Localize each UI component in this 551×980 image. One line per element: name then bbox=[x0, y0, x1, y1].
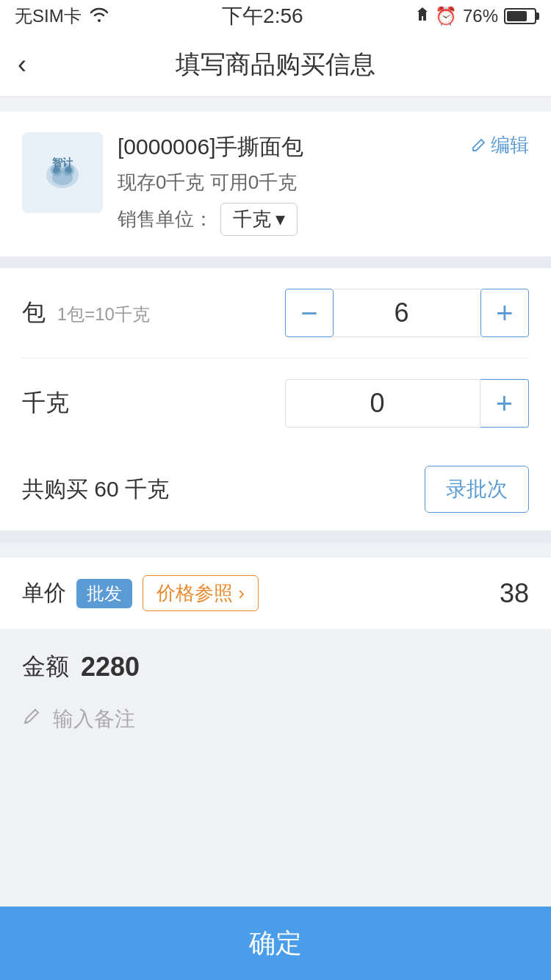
nav-bar: ‹ 填写商品购买信息 bbox=[0, 32, 551, 97]
product-card: 智计 [0000006]手撕面包 现存0千克 可用0千克 销售单位： 千克 ▾ … bbox=[0, 112, 551, 256]
bao-plus-button[interactable]: + bbox=[480, 289, 529, 337]
page-title: 填写商品购买信息 bbox=[176, 48, 375, 82]
product-name: [0000006]手撕面包 bbox=[118, 132, 529, 162]
bao-row: 包 1包=10千克 − + bbox=[22, 268, 529, 359]
confirm-button[interactable]: 确定 bbox=[249, 926, 302, 962]
unit-select[interactable]: 千克 ▾ bbox=[220, 203, 298, 236]
price-section: 单价 批发 价格参照 › 38 bbox=[0, 558, 551, 629]
total-section: 共购买 60 千克 录批次 bbox=[0, 448, 551, 531]
price-ref-label: 价格参照 › bbox=[156, 580, 245, 606]
kg-row: 千克 + bbox=[22, 359, 529, 448]
kg-label-main: 千克 bbox=[22, 389, 69, 416]
amount-row: 金额 2280 bbox=[22, 651, 529, 683]
amount-value: 2280 bbox=[81, 652, 140, 682]
batch-button[interactable]: 录批次 bbox=[425, 466, 529, 513]
amount-section: 金额 2280 输入备注 bbox=[0, 629, 551, 748]
bao-label-main: 包 bbox=[22, 299, 46, 325]
product-unit-row: 销售单位： 千克 ▾ bbox=[118, 203, 529, 236]
bao-input[interactable] bbox=[334, 289, 480, 337]
product-info: [0000006]手撕面包 现存0千克 可用0千克 销售单位： 千克 ▾ bbox=[118, 132, 529, 236]
edit-remark-icon bbox=[22, 707, 43, 732]
dropdown-arrow: ▾ bbox=[276, 208, 285, 231]
remark-row[interactable]: 输入备注 bbox=[22, 698, 529, 741]
location-icon bbox=[416, 6, 429, 26]
confirm-bar[interactable]: 确定 bbox=[0, 907, 551, 980]
unit-value: 千克 bbox=[233, 206, 271, 232]
bao-label-sub: 1包=10千克 bbox=[57, 304, 150, 324]
edit-label: 编辑 bbox=[491, 132, 529, 158]
bao-controls: − + bbox=[285, 289, 529, 337]
carrier-label: 无SIM卡 bbox=[15, 4, 82, 28]
section-divider-2 bbox=[0, 531, 551, 543]
edit-button[interactable]: 编辑 bbox=[470, 132, 529, 158]
product-stock: 现存0千克 可用0千克 bbox=[118, 170, 529, 195]
price-label: 单价 bbox=[22, 578, 66, 608]
status-bar: 无SIM卡 下午2:56 ⏰ 76% bbox=[0, 0, 551, 32]
kg-label: 千克 bbox=[22, 387, 285, 419]
svg-text:智计: 智计 bbox=[51, 156, 73, 168]
remark-placeholder: 输入备注 bbox=[53, 705, 135, 733]
amount-label: 金额 bbox=[22, 651, 69, 683]
wifi-icon bbox=[89, 6, 109, 26]
price-value: 38 bbox=[500, 578, 529, 609]
unit-label: 销售单位： bbox=[118, 206, 213, 232]
back-button[interactable]: ‹ bbox=[18, 49, 26, 80]
kg-input[interactable] bbox=[285, 379, 480, 428]
battery-pct: 76% bbox=[463, 6, 498, 26]
price-ref-button[interactable]: 价格参照 › bbox=[143, 575, 259, 611]
product-image: 智计 bbox=[22, 132, 103, 213]
status-time: 下午2:56 bbox=[222, 2, 303, 30]
bao-minus-button[interactable]: − bbox=[285, 289, 334, 337]
alarm-icon: ⏰ bbox=[435, 6, 457, 26]
total-text: 共购买 60 千克 bbox=[22, 475, 169, 505]
battery-icon bbox=[504, 8, 536, 24]
status-right: ⏰ 76% bbox=[416, 6, 536, 26]
price-tag-batch: 批发 bbox=[76, 579, 132, 608]
kg-plus-button[interactable]: + bbox=[480, 379, 529, 428]
svg-point-5 bbox=[52, 170, 73, 185]
bao-label: 包 1包=10千克 bbox=[22, 297, 285, 329]
status-left: 无SIM卡 bbox=[15, 4, 109, 28]
section-divider-1 bbox=[0, 256, 551, 268]
quantity-section: 包 1包=10千克 − + 千克 + bbox=[0, 268, 551, 448]
kg-controls: + bbox=[285, 379, 529, 428]
